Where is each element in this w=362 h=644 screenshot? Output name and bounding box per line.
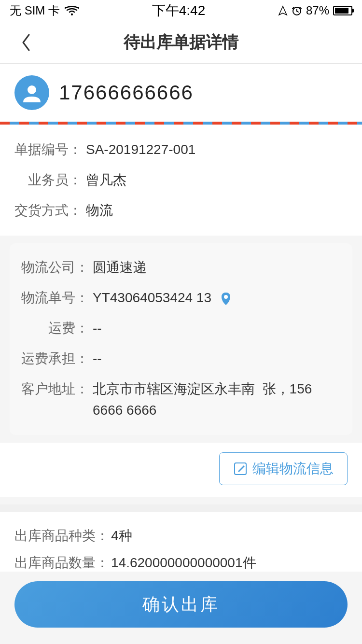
- edit-btn-container: 编辑物流信息: [0, 443, 362, 497]
- avatar-icon: [21, 82, 42, 103]
- edit-logistics-button[interactable]: 编辑物流信息: [219, 452, 348, 485]
- logistics-tracking-value: YT43064053424 13: [93, 287, 341, 309]
- goods-types-row: 出库商品种类： 4种: [14, 527, 348, 545]
- alarm-icon: [292, 5, 302, 16]
- confirm-outbound-button[interactable]: 确认出库: [14, 581, 348, 628]
- document-value: SA-20191227-001: [86, 139, 348, 161]
- svg-line-3: [297, 11, 298, 12]
- goods-types-label: 出库商品种类：: [14, 527, 111, 545]
- wifi-icon: [65, 5, 79, 16]
- status-time: 下午4:42: [152, 1, 206, 20]
- basic-info-section: 单据编号： SA-20191227-001 业务员： 曾凡杰 交货方式： 物流: [0, 125, 362, 236]
- goods-quantity-label: 出库商品数量：: [14, 554, 111, 572]
- status-bar: 无 SIM 卡 下午4:42 87%: [0, 0, 362, 21]
- map-pin-icon[interactable]: [217, 290, 235, 307]
- battery-icon: [333, 6, 352, 15]
- goods-types-value: 4种: [111, 527, 132, 545]
- salesperson-value: 曾凡杰: [86, 169, 348, 191]
- status-left: 无 SIM 卡: [10, 3, 79, 18]
- logistics-company-value: 圆通速递: [93, 257, 341, 279]
- address-value: 北京市市辖区海淀区永丰南 张，156 6666 6666: [93, 378, 341, 422]
- logistics-company-row: 物流公司： 圆通速递: [21, 257, 341, 279]
- logistics-tracking-label: 物流单号：: [21, 287, 93, 309]
- logistics-tracking-row: 物流单号： YT43064053424 13: [21, 287, 341, 309]
- bottom-bar: 确认出库: [0, 572, 362, 644]
- edit-btn-label: 编辑物流信息: [252, 460, 334, 478]
- address-label: 客户地址：: [21, 378, 93, 400]
- location-service-icon: [278, 5, 288, 16]
- delivery-label: 交货方式：: [14, 200, 86, 222]
- svg-point-0: [71, 14, 73, 15]
- back-button[interactable]: [12, 28, 41, 57]
- goods-quantity-row: 出库商品数量： 14.620000000000001件: [14, 554, 348, 572]
- salesperson-label: 业务员：: [14, 169, 86, 191]
- freight-label: 运费：: [21, 318, 93, 339]
- logistics-company-label: 物流公司：: [21, 257, 93, 279]
- svg-point-4: [28, 85, 36, 94]
- freight-value: --: [93, 318, 341, 339]
- document-row: 单据编号： SA-20191227-001: [14, 139, 348, 161]
- edit-icon: [233, 462, 248, 476]
- document-label: 单据编号：: [14, 139, 86, 161]
- carrier-text: 无 SIM 卡: [10, 3, 60, 18]
- svg-point-6: [224, 295, 228, 299]
- status-right: 87%: [278, 4, 352, 17]
- freight-bear-label: 运费承担：: [21, 348, 93, 370]
- salesperson-row: 业务员： 曾凡杰: [14, 169, 348, 191]
- logistics-card: 物流公司： 圆通速递 物流单号： YT43064053424 13 运费： --…: [10, 243, 352, 435]
- section-divider: [0, 504, 362, 512]
- battery-text: 87%: [306, 4, 329, 17]
- customer-header: 17666666666: [0, 64, 362, 122]
- address-row: 客户地址： 北京市市辖区海淀区永丰南 张，156 6666 6666: [21, 378, 341, 422]
- nav-bar: 待出库单据详情: [0, 21, 362, 64]
- freight-bear-value: --: [93, 348, 341, 370]
- page-title: 待出库单据详情: [124, 31, 238, 54]
- delivery-row: 交货方式： 物流: [14, 200, 348, 222]
- goods-quantity-value: 14.620000000000001件: [111, 554, 256, 572]
- freight-row: 运费： --: [21, 318, 341, 339]
- delivery-value: 物流: [86, 200, 348, 222]
- customer-phone: 17666666666: [59, 81, 194, 104]
- freight-bear-row: 运费承担： --: [21, 348, 341, 370]
- customer-avatar: [14, 75, 49, 110]
